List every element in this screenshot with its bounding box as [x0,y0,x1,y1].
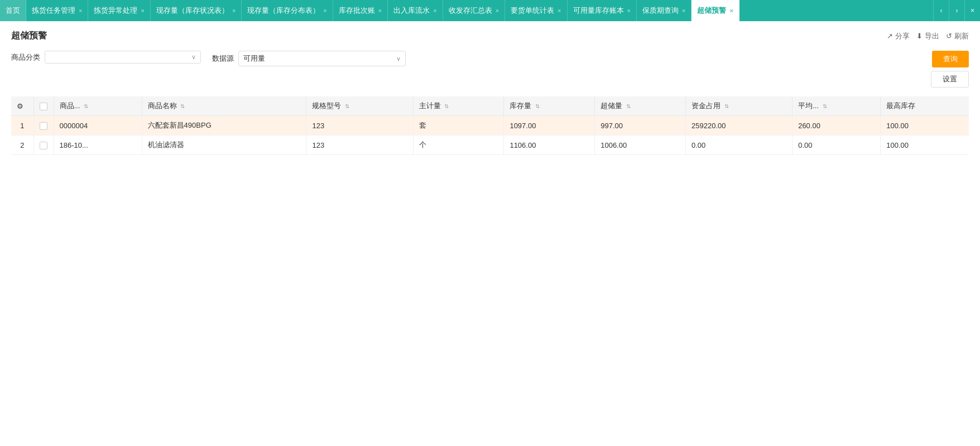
nav-item-task-mgmt[interactable]: 拣货任务管理× [26,0,88,21]
top-navigation: 首页拣货任务管理×拣货异常处理×现存量（库存状况表）×现存量（库存分布表）×库存… [0,0,980,21]
nav-close-abnormal-icon[interactable]: × [141,7,144,14]
nav-item-inventory-dist[interactable]: 现存量（库存分布表）× [242,0,333,21]
row-select-checkbox[interactable] [40,142,47,149]
export-button[interactable]: ⬇ 导出 [916,31,939,41]
nav-close-receive-summary-icon[interactable]: × [496,7,499,14]
row-spec: 123 [306,116,413,135]
row-overstock: 1006.00 [595,135,686,155]
row-overstock: 997.00 [595,116,686,135]
column-product-code-label: 商品... [60,101,80,110]
nav-item-available-account[interactable]: 可用量库存账本× [568,0,637,21]
datasource-filter-group: 数据源 可用量 ∨ [212,51,406,66]
datasource-select[interactable]: 可用量 ∨ [238,51,406,66]
column-checkbox-all[interactable] [33,96,54,116]
nav-item-home[interactable]: 首页 [0,0,26,21]
category-filter-group: 商品分类 ∨ [11,51,201,64]
column-capital-label: 资金占用 [691,101,720,110]
nav-close-in-out-flow-icon[interactable]: × [433,7,436,14]
column-avg[interactable]: 平均... ⇅ [792,96,881,116]
row-checkbox-cell [33,135,54,155]
column-gear[interactable]: ⚙ [11,96,33,116]
export-icon: ⬇ [916,32,923,40]
page-content: 超储预警 ↗ 分享 ⬇ 导出 ↺ 刷新 商品分类 ∨ [0,21,980,446]
table-header: ⚙ 商品... ⇅ 商品名称 ⇅ 规格型号 ⇅ 主计量 [11,96,969,116]
row-index: 1 [11,116,33,135]
refresh-button[interactable]: ↺ 刷新 [946,31,969,41]
refresh-icon: ↺ [946,32,952,40]
share-button[interactable]: ↗ 分享 [887,31,910,41]
column-product-name[interactable]: 商品名称 ⇅ [142,96,306,116]
column-product-name-label: 商品名称 [148,101,177,110]
table-row: 1 0000004 六配套新昌490BPG 123 套 1097.00 997.… [11,116,969,135]
category-select[interactable]: ∨ [45,51,201,64]
nav-close-quality-check-icon[interactable]: × [682,7,685,14]
row-unit: 套 [413,116,504,135]
column-avg-label: 平均... [798,101,819,110]
select-all-checkbox[interactable] [40,103,47,110]
column-unit-label: 主计量 [419,101,441,110]
row-product-name: 机油滤清器 [142,135,306,155]
sort-overstock-icon: ⇅ [626,103,631,109]
row-select-checkbox[interactable] [40,122,47,130]
nav-prev-button[interactable]: ‹ [933,0,949,21]
row-max-stock: 100.00 [881,116,969,135]
column-stock[interactable]: 库存量 ⇅ [504,96,595,116]
category-chevron-down-icon: ∨ [191,54,196,61]
nav-item-in-out-flow[interactable]: 出入库流水× [388,0,443,21]
category-label: 商品分类 [11,52,40,62]
row-max-stock: 100.00 [881,135,969,155]
datasource-label: 数据源 [212,54,234,64]
nav-item-overstock-warning[interactable]: 超储预警× [691,0,739,21]
nav-arrows: ‹ › × [933,0,980,21]
nav-close-inventory-dist-icon[interactable]: × [323,7,326,14]
nav-close-batch-account-icon[interactable]: × [378,7,382,14]
page-header: 超储预警 ↗ 分享 ⬇ 导出 ↺ 刷新 [11,30,969,42]
sort-spec-icon: ⇅ [345,103,349,109]
column-unit[interactable]: 主计量 ⇅ [413,96,504,116]
nav-item-order-stats[interactable]: 要货单统计表× [505,0,567,21]
nav-item-quality-check[interactable]: 保质期查询× [637,0,691,21]
nav-close-available-account-icon[interactable]: × [627,7,631,14]
header-actions: ↗ 分享 ⬇ 导出 ↺ 刷新 [887,31,969,41]
row-avg: 0.00 [792,135,881,155]
datasource-select-value: 可用量 [243,54,265,64]
column-capital[interactable]: 资金占用 ⇅ [686,96,792,116]
filter-area: 商品分类 ∨ 数据源 可用量 ∨ 查询 设置 [11,51,969,88]
row-stock: 1097.00 [504,116,595,135]
nav-close-inventory-status-icon[interactable]: × [232,7,236,14]
row-product-code: 0000004 [54,116,142,135]
column-spec[interactable]: 规格型号 ⇅ [306,96,413,116]
column-max-stock: 最高库存 [881,96,969,116]
nav-next-button[interactable]: › [949,0,964,21]
table-header-row: ⚙ 商品... ⇅ 商品名称 ⇅ 规格型号 ⇅ 主计量 [11,96,969,116]
sort-stock-icon: ⇅ [535,103,540,109]
column-product-code[interactable]: 商品... ⇅ [54,96,142,116]
settings-button[interactable]: 设置 [931,71,969,88]
page-title: 超储预警 [11,30,47,42]
nav-close-overstock-warning-icon[interactable]: × [729,7,733,14]
refresh-label: 刷新 [954,31,969,41]
nav-item-batch-account[interactable]: 库存批次账× [333,0,388,21]
column-overstock[interactable]: 超储量 ⇅ [595,96,686,116]
column-max-stock-label: 最高库存 [886,101,915,110]
nav-item-receive-summary[interactable]: 收发存汇总表× [443,0,505,21]
share-icon: ↗ [887,32,893,40]
export-label: 导出 [925,31,939,41]
row-product-name: 六配套新昌490BPG [142,116,306,135]
nav-close-button[interactable]: × [964,0,980,21]
sort-capital-icon: ⇅ [724,103,729,109]
row-unit: 个 [413,135,504,155]
row-checkbox-cell [33,116,54,135]
sort-product-code-icon: ⇅ [84,103,88,109]
share-label: 分享 [895,31,910,41]
row-index: 2 [11,135,33,155]
nav-close-order-stats-icon[interactable]: × [558,7,561,14]
overstock-table: ⚙ 商品... ⇅ 商品名称 ⇅ 规格型号 ⇅ 主计量 [11,96,969,155]
nav-item-abnormal[interactable]: 拣货异常处理× [88,0,150,21]
nav-close-task-mgmt-icon[interactable]: × [79,7,82,14]
sort-avg-icon: ⇅ [823,103,827,109]
column-stock-label: 库存量 [510,101,531,110]
row-avg: 260.00 [792,116,881,135]
query-button[interactable]: 查询 [932,51,969,67]
nav-item-inventory-status[interactable]: 现存量（库存状况表）× [151,0,242,21]
